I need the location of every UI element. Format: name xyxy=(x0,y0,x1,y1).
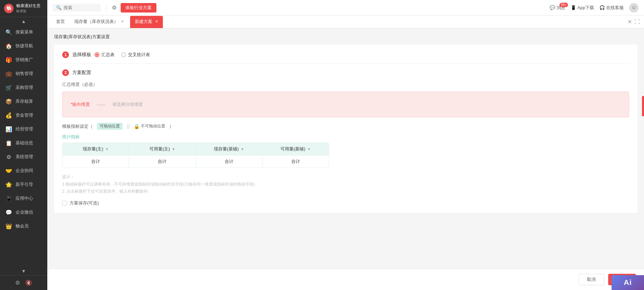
sidebar-scroll-up[interactable]: ▲ xyxy=(0,17,47,25)
search-icon: 🔍 xyxy=(5,29,12,35)
sidebar-item-label: 应用中心 xyxy=(16,195,33,201)
download-icon: 📱 xyxy=(571,5,576,10)
template-options: 汇总表 交叉统计表 xyxy=(95,52,150,58)
sidebar-item-system[interactable]: ⚙ 系统管理 xyxy=(0,150,47,164)
sidebar-item-label: 经营管理 xyxy=(16,126,33,132)
indicator-data-row: 合计 合计 合计 合计 xyxy=(63,155,329,168)
app-download-label: App下载 xyxy=(577,5,594,11)
sidebar-item-label: 企业协同 xyxy=(16,168,33,174)
crown-icon: 👑 xyxy=(5,223,12,229)
indicator-table: 现存量(主) ▼ 可用量(主) ▼ 现存量(基辅) ▼ 可用量(基辅) xyxy=(62,143,329,168)
content-area: 现存量(库存状况表)方案设置 1 选择模板 汇总表 交叉统计表 xyxy=(47,28,644,269)
section2-header: 2 方案配置 xyxy=(62,69,629,76)
sound-bottom-btn[interactable]: 🔇 xyxy=(24,278,33,287)
sidebar-item-basic[interactable]: 📋 基础信息 xyxy=(0,136,47,150)
sidebar-item-search[interactable]: 🔍 搜索菜单 xyxy=(0,25,47,39)
radio-summary[interactable]: 汇总表 xyxy=(95,52,115,58)
tab-inventory-status[interactable]: 现存量（库存状况表） ✕ xyxy=(70,16,129,28)
online-service-button[interactable]: 🎧 在线客服 xyxy=(599,5,624,11)
main-card: 1 选择模板 汇总表 交叉统计表 2 方案配置 xyxy=(54,45,637,213)
sidebar-item-operations[interactable]: 📊 经营管理 xyxy=(0,122,47,136)
col-header-3[interactable]: 可用量(基辅) ▼ xyxy=(263,143,329,155)
col-header-2[interactable]: 现存量(基辅) ▼ xyxy=(196,143,263,155)
radio-cross[interactable]: 交叉统计表 xyxy=(121,52,150,58)
gear-icon: ⚙ xyxy=(5,154,12,160)
sidebar-scroll-down[interactable]: ▼ xyxy=(0,267,47,275)
sidebar-item-corp[interactable]: 🤝 企业协同 xyxy=(0,164,47,178)
dimension-box[interactable]: *纵向维度 —— 请选择分组维度 xyxy=(62,92,629,117)
app-download-button[interactable]: 📱 App下载 xyxy=(571,5,594,11)
star-icon: 🌟 xyxy=(5,182,12,188)
chevron-down-icon: ▼ xyxy=(105,147,109,151)
sidebar-bottom: ⚙ 🔇 xyxy=(0,275,47,290)
sidebar-item-inventory[interactable]: 📦 库存核算 xyxy=(0,95,47,108)
col-header-label-0: 现存量(主) xyxy=(83,146,103,152)
sidebar: 畅 畅康通好生意 标准版 ▲ 🔍 搜索菜单 🏠 快捷导航 🎁 营销推广 💼 销售… xyxy=(0,0,47,290)
save-option-row: 方案保存(可选) xyxy=(62,195,629,206)
ai-badge[interactable]: Ai xyxy=(612,275,644,290)
clipboard-icon: 📋 xyxy=(5,140,12,146)
radio-summary-dot xyxy=(95,52,99,57)
search-box[interactable]: 🔍 xyxy=(53,4,101,11)
sidebar-item-purchase[interactable]: 🛒 采购管理 xyxy=(0,81,47,95)
user-avatar[interactable]: U xyxy=(629,3,639,13)
sidebar-item-label: 企业微信 xyxy=(16,209,33,215)
non-draggable-tag: 🔒 不可拖动位置 xyxy=(134,123,165,129)
save-checkbox[interactable] xyxy=(62,201,67,206)
trial-button[interactable]: 体验行业方案 xyxy=(121,3,156,13)
cart-icon: 🛒 xyxy=(5,84,12,91)
tips-item-1: 2. 点击标题栏下拉可设置排序、插入列和删除列 xyxy=(62,188,629,195)
messages-button[interactable]: 💬 消息 99+ xyxy=(550,5,565,11)
col-header-1[interactable]: 可用量(主) ▼ xyxy=(129,143,196,155)
sidebar-item-member[interactable]: 👑 畅会员 xyxy=(0,219,47,233)
sidebar-item-marketing[interactable]: 🎁 营销推广 xyxy=(0,53,47,67)
search-input[interactable] xyxy=(64,5,97,10)
settings-bottom-btn[interactable]: ⚙ xyxy=(14,278,21,287)
search-icon: 🔍 xyxy=(56,5,61,10)
sidebar-item-label: 资金管理 xyxy=(16,112,33,118)
cancel-button[interactable]: 取消 xyxy=(578,274,604,285)
indicator-settings-suffix: ） xyxy=(169,123,174,129)
tab-inventory-close[interactable]: ✕ xyxy=(121,19,124,24)
sidebar-item-shortcut[interactable]: 🏠 快捷导航 xyxy=(0,39,47,53)
sidebar-item-sales[interactable]: 💼 销售管理 xyxy=(0,67,47,81)
col-header-0[interactable]: 现存量(主) ▼ xyxy=(63,143,129,155)
vertical-dimension-placeholder: 请选择分组维度 xyxy=(112,101,143,107)
vertical-dimension-required: *纵向维度 xyxy=(71,101,90,107)
tab-new-scheme-close[interactable]: ✕ xyxy=(155,19,158,24)
brand-edition: 标准版 xyxy=(16,9,41,14)
settings-icon[interactable]: ⚙ xyxy=(112,4,117,11)
sidebar-item-guide[interactable]: 🌟 新手引导 xyxy=(0,178,47,192)
chevron-down-icon: ▼ xyxy=(241,147,244,151)
close-panel-btn[interactable]: ✕ xyxy=(627,19,632,25)
indicator-settings-row: 模板指标设定（ 可拖动位置 ▒ 🔒 不可拖动位置 ） xyxy=(62,123,629,130)
gift-icon: 🎁 xyxy=(5,57,12,63)
sidebar-item-finance[interactable]: 💰 资金管理 xyxy=(0,108,47,122)
section-divider xyxy=(62,64,629,64)
sidebar-item-label: 新手引导 xyxy=(16,182,33,188)
stats-section: 统计指标 现存量(主) ▼ 可用量(主) ▼ 现存量(基辅) xyxy=(62,134,629,168)
sidebar-item-label: 系统管理 xyxy=(16,154,33,160)
mobile-icon: 📱 xyxy=(5,195,12,202)
expand-panel-btn[interactable]: ⛶ xyxy=(635,19,640,25)
handshake-icon: 🤝 xyxy=(5,168,12,174)
brand-name: 畅康通好生意 xyxy=(16,3,41,9)
lock-icon: 🔒 xyxy=(134,124,140,129)
divider xyxy=(106,4,106,11)
page-title: 现存量(库存状况表)方案设置 xyxy=(54,34,637,40)
sidebar-item-appstore[interactable]: 📱 应用中心 xyxy=(0,192,47,206)
col-data-1: 合计 xyxy=(129,155,196,168)
section1-title: 选择模板 xyxy=(72,52,91,58)
tab-new-scheme[interactable]: 新建方案 ✕ xyxy=(130,16,163,28)
sidebar-item-wechat[interactable]: 💬 企业微信 xyxy=(0,206,47,219)
radio-summary-label: 汇总表 xyxy=(101,52,115,58)
chevron-down-icon: ▼ xyxy=(172,147,175,151)
col-data-3: 合计 xyxy=(263,155,329,168)
col-header-label-2: 现存量(基辅) xyxy=(214,146,239,152)
summary-dimension-label: 汇总维度（必选） xyxy=(62,81,629,88)
tab-home[interactable]: 首页 xyxy=(51,16,70,28)
topbar: 🔍 ⚙ 体验行业方案 💬 消息 99+ 📱 App下载 🎧 在线客服 U xyxy=(47,0,644,16)
section1-num: 1 xyxy=(62,51,69,58)
sidebar-item-label: 基础信息 xyxy=(16,140,33,146)
radio-cross-dot xyxy=(121,52,126,57)
